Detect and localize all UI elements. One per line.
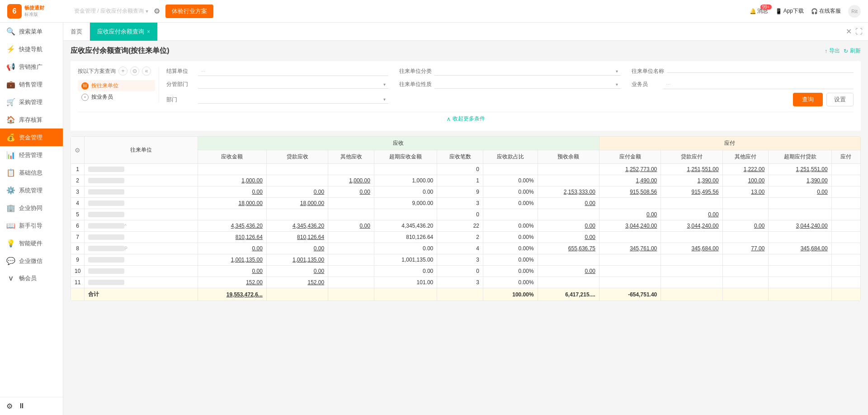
refresh-btn[interactable]: ↻ 刷新: [844, 47, 861, 55]
sidebar-collapse-icon[interactable]: ⏸: [18, 402, 25, 410]
search-scheme-label: 按以下方案查询: [78, 67, 116, 75]
sidebar-item-search[interactable]: 🔍 搜索菜单: [0, 23, 63, 40]
sidebar-item-wechat[interactable]: 💬 企业微信: [0, 252, 63, 270]
vip-icon: V: [6, 275, 15, 282]
filter-sales-icon: •: [81, 94, 89, 101]
unit-name: [88, 223, 124, 229]
search-panel: 按以下方案查询 + ⊙ « W 按往来单位 • 按业务员: [71, 61, 861, 131]
message-icon: 🔔: [750, 8, 756, 14]
query-btn[interactable]: 查询: [793, 93, 823, 106]
field-dept-label: 部门: [166, 96, 195, 104]
message-badge: 99+: [760, 5, 772, 10]
settings-scheme-btn[interactable]: ⊙: [130, 67, 139, 76]
settings-btn[interactable]: 设置: [826, 93, 854, 106]
row-no: 1: [71, 164, 85, 175]
tab-arbalance[interactable]: 应收应付余额查询 ×: [90, 23, 158, 41]
sidebar-item-smarthw[interactable]: 💡 智能硬件: [0, 234, 63, 252]
th-settings: ⚙: [71, 137, 85, 164]
export-btn[interactable]: ↑ 导出: [825, 47, 840, 55]
field-business: 业务员 ···: [632, 80, 854, 89]
filter-by-unit[interactable]: W 按往来单位: [78, 80, 155, 91]
row-unit: [85, 232, 198, 243]
filter-sales-label: 按业务员: [91, 93, 113, 101]
breadcrumb: 资金管理 / 应收应付余额查询 ▾: [74, 7, 148, 15]
row-unit: [85, 186, 198, 198]
field-wanglai-nature: 往来单位性质 ▾: [399, 80, 621, 89]
field-wanglai-nature-input[interactable]: ▾: [434, 81, 621, 89]
home-tab-label: 首页: [71, 28, 82, 36]
field-fenguan-input[interactable]: ▾: [198, 81, 388, 89]
smarthw-icon: 💡: [6, 239, 15, 248]
tab-actions: ✕ ⛶: [846, 27, 868, 36]
filter-unit-icon: W: [81, 82, 89, 90]
inventory-icon: 🏠: [6, 115, 15, 124]
tab-bar: 首页 应收应付余额查询 × ✕ ⛶: [63, 23, 868, 41]
th-ap-amount: 应付金额: [599, 150, 660, 164]
row-no: 10: [71, 266, 85, 277]
topbar-left: 6 畅捷通财 标准版 资金管理 / 应收应付余额查询 ▾ ⚙ 体验行业方案: [7, 4, 746, 19]
tab-expand-icon[interactable]: ⛶: [855, 28, 863, 36]
field-fenguan: 分管部门 ▾: [166, 80, 388, 89]
sidebar-item-enterprise[interactable]: 🏢 企业协同: [0, 199, 63, 217]
sidebar-item-basicinfo[interactable]: 📋 基础信息: [0, 164, 63, 181]
unit-name: [88, 212, 124, 217]
search-icon: 🔍: [6, 27, 15, 36]
tab-close-window-icon[interactable]: ✕: [846, 27, 852, 36]
field-wanglai-name-input[interactable]: [667, 70, 854, 73]
sidebar-item-marketing[interactable]: 📢 营销推广: [0, 58, 63, 76]
export-icon: ↑: [825, 48, 827, 54]
row-unit: [85, 277, 198, 288]
field-business-input[interactable]: ···: [663, 80, 854, 89]
tab-close-icon[interactable]: ×: [147, 29, 150, 35]
collapse-bar[interactable]: ∧ 收起更多条件: [78, 112, 854, 125]
table-row: 4 18,000.0018,000.009,000.0030.00%0.00: [71, 198, 861, 209]
online-service-btn[interactable]: 🎧 在线客服: [811, 7, 841, 15]
sidebar-item-operations[interactable]: 📊 经营管理: [0, 146, 63, 164]
sidebar-item-purchase[interactable]: 🛒 采购管理: [0, 93, 63, 111]
sidebar-item-quicknav[interactable]: ⚡ 快捷导航: [0, 40, 63, 58]
sidebar-item-finance[interactable]: 💰 资金管理: [0, 129, 63, 146]
field-wanglai-type-input[interactable]: ▾: [434, 67, 621, 76]
sidebar-menu: 🔍 搜索菜单 ⚡ 快捷导航 📢 营销推广 💼 销售管理 🛒 采购管理 🏠: [0, 23, 63, 397]
table-row: 7 810,126.64810,126.64810,126.6420.00%0.…: [71, 232, 861, 243]
table-row: 3 0.000.000.000.0090.00%2,153,333.00915,…: [71, 186, 861, 198]
row-unit: [85, 164, 198, 175]
sidebar-item-newguide[interactable]: 📖 新手引导: [0, 217, 63, 234]
tab-home[interactable]: 首页: [63, 23, 90, 41]
th-ap-other: 其他应付: [722, 150, 769, 164]
add-scheme-btn[interactable]: +: [118, 67, 127, 76]
message-btn-wrap[interactable]: 🔔 消息 99+: [750, 7, 768, 15]
filter-by-sales[interactable]: • 按业务员: [78, 91, 155, 103]
main-layout: 🔍 搜索菜单 ⚡ 快捷导航 📢 营销推广 💼 销售管理 🛒 采购管理 🏠: [0, 23, 868, 415]
sidebar-item-vip[interactable]: V 畅会员: [0, 270, 63, 287]
field-dept-input[interactable]: ▾: [198, 95, 388, 104]
data-table-wrap: ⚙ 往来单位 应收 应付 应收金额 贷款应收 其他应收 超期应收金额 应收笔数: [71, 136, 861, 301]
marketing-icon: 📢: [6, 62, 15, 71]
app-download-btn[interactable]: 📱 App下载: [775, 7, 804, 15]
sidebar-settings-icon[interactable]: ⚙: [6, 402, 13, 410]
field-jiesuan-input[interactable]: ···: [198, 67, 388, 76]
row-no: 7: [71, 232, 85, 243]
row-no: 9: [71, 254, 85, 266]
table-settings-icon[interactable]: ⚙: [75, 147, 80, 154]
field-business-label: 业务员: [632, 81, 660, 88]
chevron-down-icon-4: ▾: [383, 97, 386, 102]
th-ap-overdue: 超期应付贷款: [769, 150, 831, 164]
chevron-down-icon-1: ▾: [616, 69, 618, 74]
sidebar-item-inventory[interactable]: 🏠 库存核算: [0, 111, 63, 129]
page-title: 应收应付余额查询(按往来单位): [71, 46, 170, 56]
unit-name: [88, 280, 124, 285]
industry-btn[interactable]: 体验行业方案: [165, 5, 213, 18]
th-group-ar: 应收: [198, 137, 599, 150]
row-unit: [85, 266, 198, 277]
field-wanglai-type-label: 往来单位分类: [399, 67, 432, 75]
unit-name: [88, 234, 124, 240]
collapse-scheme-btn[interactable]: «: [142, 67, 151, 76]
sidebar-item-sysadmin[interactable]: ⚙️ 系统管理: [0, 181, 63, 199]
settings-icon-btn[interactable]: ⚙: [152, 5, 162, 17]
th-ar-amount: 应收金额: [198, 150, 266, 164]
th-ar-other: 其他应收: [328, 150, 374, 164]
main-content: 首页 应收应付余额查询 × ✕ ⛶ 应收应付余额查询(按往来单位) ↑ 导出: [63, 23, 868, 415]
user-avatar-area[interactable]: Rit: [848, 5, 861, 18]
sidebar-item-sales[interactable]: 💼 销售管理: [0, 76, 63, 93]
